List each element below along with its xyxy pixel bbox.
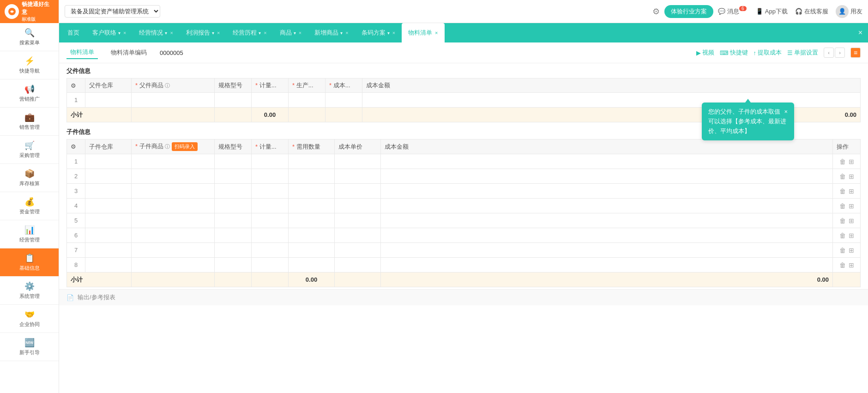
sidebar-item-sales[interactable]: 💼 销售管理 (0, 108, 59, 136)
next-button[interactable]: › (835, 48, 845, 58)
copy-icon[interactable]: ⊞ (849, 232, 854, 239)
child-spec-cell[interactable] (215, 213, 252, 228)
child-warehouse-cell[interactable] (85, 199, 132, 213)
child-cost-amount-cell[interactable] (381, 199, 833, 213)
child-product-cell[interactable] (132, 184, 215, 199)
child-cost-amount-cell[interactable] (381, 243, 833, 258)
delete-icon[interactable]: 🗑 (839, 187, 846, 195)
child-unit-cost-cell[interactable] (335, 169, 381, 184)
child-product-cell[interactable] (132, 154, 215, 169)
footer-text[interactable]: 输出/参考报表 (78, 293, 115, 302)
copy-icon[interactable]: ⊞ (849, 202, 854, 210)
online-support-button[interactable]: 🎧 在线客服 (795, 7, 828, 16)
view-button[interactable]: ▶ 视频 (696, 48, 714, 57)
child-unit-cost-cell[interactable] (335, 199, 381, 213)
child-qty-cell[interactable] (289, 258, 335, 272)
tab-close-icon[interactable]: × (217, 30, 220, 36)
child-cost-amount-cell[interactable] (381, 258, 833, 272)
copy-icon[interactable]: ⊞ (849, 247, 854, 254)
delete-icon[interactable]: 🗑 (839, 247, 846, 254)
child-product-cell[interactable] (132, 213, 215, 228)
copy-icon[interactable]: ⊞ (849, 158, 854, 165)
child-qty-cell[interactable] (289, 154, 335, 169)
copy-icon[interactable]: ⊞ (849, 173, 854, 180)
copy-icon[interactable]: ⊞ (849, 187, 854, 195)
child-unit-cell[interactable] (252, 228, 289, 243)
child-warehouse-cell[interactable] (85, 258, 132, 272)
child-unit-cost-cell[interactable] (335, 184, 381, 199)
delete-icon[interactable]: 🗑 (839, 232, 846, 239)
single-setting-button[interactable]: ☰ 单据设置 (787, 48, 818, 57)
tab-barcode[interactable]: 条码方案 ▾ × (355, 23, 402, 42)
child-spec-cell[interactable] (215, 154, 252, 169)
child-product-cell[interactable] (132, 243, 215, 258)
tab-close-icon[interactable]: × (123, 30, 126, 36)
message-button[interactable]: 💬 消息 6 (718, 7, 748, 16)
sidebar-item-operations[interactable]: 📊 经营管理 (0, 220, 59, 248)
tab-close-icon[interactable]: × (392, 30, 395, 36)
child-cost-amount-cell[interactable] (381, 213, 833, 228)
parent-spec-cell[interactable] (215, 93, 252, 108)
delete-icon[interactable]: 🗑 (839, 158, 846, 165)
gear-icon[interactable]: ⚙ (652, 6, 660, 17)
parent-production-cell[interactable] (289, 93, 326, 108)
child-cost-amount-cell[interactable] (381, 154, 833, 169)
scan-input-button[interactable]: 扫码录入 (172, 142, 198, 151)
tab-history[interactable]: 经营历程 ▾ × (226, 23, 273, 42)
child-product-cell[interactable] (132, 199, 215, 213)
child-cost-amount-cell[interactable] (381, 184, 833, 199)
tab-close-icon[interactable]: × (170, 30, 173, 36)
child-qty-cell[interactable] (289, 213, 335, 228)
child-col-settings[interactable]: ⚙ (67, 139, 85, 154)
child-unit-cost-cell[interactable] (335, 258, 381, 272)
child-product-cell[interactable] (132, 228, 215, 243)
tab-business[interactable]: 经营情况 ▾ × (133, 23, 179, 42)
parent-product-cell[interactable] (132, 93, 215, 108)
child-spec-cell[interactable] (215, 228, 252, 243)
system-selector[interactable]: 装备及固定资产辅助管理系统 (65, 5, 160, 18)
copy-icon[interactable]: ⊞ (849, 261, 854, 269)
child-unit-cell[interactable] (252, 184, 289, 199)
child-warehouse-cell[interactable] (85, 228, 132, 243)
tab-goods[interactable]: 商品 ▾ × (273, 23, 308, 42)
delete-icon[interactable]: 🗑 (839, 202, 846, 210)
child-unit-cell[interactable] (252, 258, 289, 272)
tab-close-icon[interactable]: × (435, 30, 438, 36)
tab-close-icon[interactable]: × (345, 30, 348, 36)
sidebar-item-enterprise[interactable]: 🤝 企业协同 (0, 305, 59, 333)
child-product-cell[interactable] (132, 169, 215, 184)
parent-cost-cell[interactable] (326, 93, 362, 108)
child-qty-cell[interactable] (289, 199, 335, 213)
copy-icon[interactable]: ⊞ (849, 217, 854, 224)
tab-home[interactable]: 首页 (61, 23, 86, 42)
tooltip-close-button[interactable]: × (784, 107, 788, 117)
tab-customer[interactable]: 客户联络 ▾ × (86, 23, 133, 42)
child-qty-cell[interactable] (289, 169, 335, 184)
sidebar-item-search[interactable]: 🔍 搜索菜单 (0, 23, 59, 51)
child-unit-cost-cell[interactable] (335, 154, 381, 169)
child-unit-cost-cell[interactable] (335, 243, 381, 258)
delete-icon[interactable]: 🗑 (839, 261, 846, 269)
shortcut-button[interactable]: ⌨ 快捷键 (720, 48, 748, 57)
child-qty-cell[interactable] (289, 243, 335, 258)
child-unit-cost-cell[interactable] (335, 213, 381, 228)
parent-col-settings[interactable]: ⚙ (67, 79, 85, 93)
tab-new-goods[interactable]: 新增商品 ▾ × (308, 23, 355, 42)
sidebar-item-quick-nav[interactable]: ⚡ 快捷导航 (0, 51, 59, 79)
parent-unit-cell[interactable] (252, 93, 289, 108)
child-warehouse-cell[interactable] (85, 243, 132, 258)
child-spec-cell[interactable] (215, 169, 252, 184)
sidebar-item-system[interactable]: ⚙️ 系统管理 (0, 277, 59, 305)
child-spec-cell[interactable] (215, 243, 252, 258)
child-spec-cell[interactable] (215, 258, 252, 272)
child-spec-cell[interactable] (215, 199, 252, 213)
tab-close-icon[interactable]: × (264, 30, 266, 36)
sidebar-item-guide[interactable]: 🆕 新手引导 (0, 333, 59, 361)
child-unit-cell[interactable] (252, 199, 289, 213)
child-cost-amount-cell[interactable] (381, 228, 833, 243)
child-cost-amount-cell[interactable] (381, 169, 833, 184)
child-warehouse-cell[interactable] (85, 184, 132, 199)
sub-tab-bom[interactable]: 物料清单 (66, 46, 98, 59)
child-unit-cell[interactable] (252, 243, 289, 258)
child-warehouse-cell[interactable] (85, 213, 132, 228)
